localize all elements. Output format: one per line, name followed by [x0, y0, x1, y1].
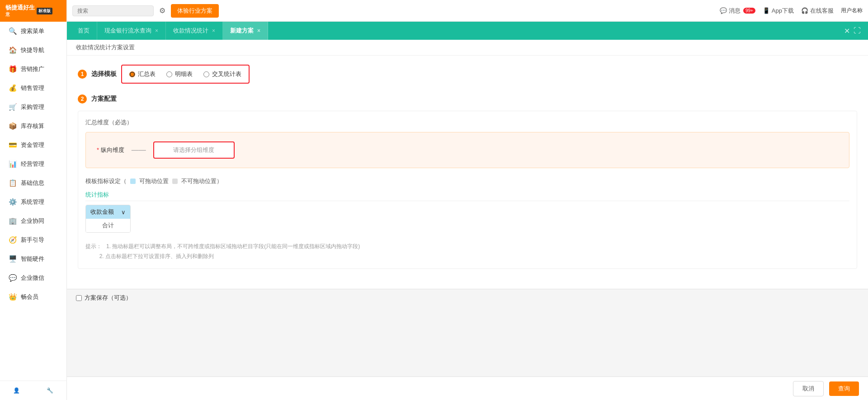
message-button[interactable]: 💬 消息 99+ — [720, 7, 755, 15]
purchase-icon: 🛒 — [9, 103, 17, 111]
dimension-section-title: 汇总维度（必选） — [85, 118, 849, 127]
bottom-action-bar: 取消 查询 — [67, 376, 868, 400]
content-area: 收款情况统计方案设置 1 选择模板 汇总表 明细表 — [67, 40, 868, 400]
sidebar-item-label: 采购管理 — [21, 103, 44, 111]
vertical-dimension-label: * 纵向维度 — [97, 146, 124, 154]
radio-detail-label: 明细表 — [175, 70, 193, 78]
arrow-icon: —— — [132, 146, 146, 154]
tab-bank-flow-label: 现金银行流水查询 — [104, 27, 151, 35]
tab-bank-flow[interactable]: 现金银行流水查询 × — [97, 22, 166, 40]
query-button[interactable]: 查询 — [829, 381, 859, 396]
tip-title: 提示： — [85, 243, 105, 249]
service-icon: 🎧 — [801, 7, 808, 14]
marketing-icon: 🎁 — [9, 65, 17, 73]
dimension-area: * 纵向维度 —— 请选择分组维度 — [85, 132, 849, 168]
hardware-icon: 🖥️ — [9, 255, 17, 263]
main-area: ⚙ 体验行业方案 💬 消息 99+ 📱 App下载 🎧 在线客服 用户名称 — [67, 0, 868, 400]
sidebar-item-marketing[interactable]: 🎁 营销推广 — [0, 60, 66, 79]
sidebar-item-label: 搜索菜单 — [21, 27, 44, 35]
sidebar-item-label: 畅会员 — [21, 293, 38, 301]
tab-home[interactable]: 首页 — [71, 22, 97, 40]
movable-label: 可拖动位置 — [139, 177, 169, 185]
finance-icon: 💳 — [9, 141, 17, 149]
tab-new-plan[interactable]: 新建方案 × — [223, 22, 268, 40]
trial-button[interactable]: 体验行业方案 — [171, 4, 219, 18]
online-service-button[interactable]: 🎧 在线客服 — [801, 7, 834, 15]
save-checkbox-label[interactable]: 方案保存（可选） — [76, 294, 132, 302]
sidebar-item-weixin[interactable]: 💬 企业微信 — [0, 268, 66, 287]
dimension-select[interactable]: 请选择分组维度 — [153, 141, 235, 159]
metrics-header-text: 模板指标设定（ — [85, 177, 127, 185]
metrics-category-label: 统计指标 — [85, 191, 109, 198]
sidebar: 畅捷通好生 意 标准版 🔍 搜索菜单 🏠 快捷导航 🎁 营销推广 💰 销售管理 … — [0, 0, 67, 400]
sidebar-item-finance[interactable]: 💳 资金管理 — [0, 136, 66, 155]
sidebar-item-hardware[interactable]: 🖥️ 智能硬件 — [0, 249, 66, 268]
tab-bank-flow-close[interactable]: × — [155, 28, 158, 34]
search-input[interactable] — [72, 5, 154, 16]
logo-text: 畅捷通好生 — [5, 4, 35, 11]
metrics-category-title: 统计指标 — [85, 189, 849, 201]
app-download-button[interactable]: 📱 App下载 — [763, 7, 794, 15]
tabbar: 首页 现金银行流水查询 × 收款情况统计 × 新建方案 × ✕ ⛶ — [67, 22, 868, 40]
radio-cross[interactable]: 交叉统计表 — [203, 70, 241, 78]
radio-detail[interactable]: 明细表 — [166, 70, 193, 78]
sidebar-item-enterprise[interactable]: 🏢 企业协同 — [0, 212, 66, 231]
sidebar-item-purchase[interactable]: 🛒 采购管理 — [0, 98, 66, 117]
radio-summary-input[interactable] — [129, 71, 135, 77]
movable-indicator-dot — [130, 179, 136, 184]
user-info[interactable]: 用户名称 — [841, 7, 863, 14]
metrics-section: 模板指标设定（ 可拖动位置 不可拖动位置） 统计指标 收款金额 — [85, 177, 849, 233]
operation-icon: 📊 — [9, 160, 17, 168]
tab-receipt-stats[interactable]: 收款情况统计 × — [166, 22, 223, 40]
sidebar-item-guide[interactable]: 🧭 新手引导 — [0, 231, 66, 249]
message-label: 消息 — [729, 7, 741, 15]
tabbar-actions: ✕ ⛶ — [844, 27, 864, 35]
app-download-label: App下载 — [772, 7, 794, 15]
dimension-row: * 纵向维度 —— 请选择分组维度 — [97, 141, 838, 159]
form-container: 1 选择模板 汇总表 明细表 交叉统计表 — [67, 56, 868, 289]
edition-badge: 标准版 — [37, 8, 52, 14]
sidebar-item-label: 智能硬件 — [21, 255, 44, 263]
tip-item-2: 2. 点击标题栏下拉可设置排序、插入列和删除列 — [85, 252, 849, 262]
sidebar-item-quick-nav[interactable]: 🏠 快捷导航 — [0, 41, 66, 60]
sidebar-item-search-menu[interactable]: 🔍 搜索菜单 — [0, 22, 66, 41]
radio-detail-input[interactable] — [166, 71, 172, 77]
maximize-icon[interactable]: ⛶ — [854, 27, 861, 35]
radio-cross-label: 交叉统计表 — [212, 70, 241, 78]
radio-summary[interactable]: 汇总表 — [129, 70, 156, 78]
sidebar-item-label: 基础信息 — [21, 179, 44, 187]
step1-title: 选择模板 — [91, 70, 117, 78]
save-checkbox[interactable] — [76, 295, 82, 301]
guide-icon: 🧭 — [9, 236, 17, 244]
sidebar-item-label: 库存核算 — [21, 122, 44, 130]
sidebar-item-system[interactable]: ⚙️ 系统管理 — [0, 193, 66, 212]
member-icon: 👑 — [9, 293, 17, 301]
tab-receipt-stats-close[interactable]: × — [212, 28, 215, 34]
page-title: 收款情况统计方案设置 — [67, 40, 868, 56]
sidebar-item-member[interactable]: 👑 畅会员 — [0, 287, 66, 306]
weixin-icon: 💬 — [9, 274, 17, 282]
quick-nav-icon: 🏠 — [9, 46, 17, 54]
metric-card-receipt: 收款金额 ∨ 合计 — [85, 205, 131, 233]
sidebar-item-basic-info[interactable]: 📋 基础信息 — [0, 174, 66, 193]
sidebar-bottom-user[interactable]: 👤 — [0, 385, 33, 396]
close-all-icon[interactable]: ✕ — [844, 27, 850, 35]
metric-card-header[interactable]: 收款金额 ∨ — [86, 205, 130, 219]
sidebar-bottom-settings[interactable]: 🔧 — [33, 385, 67, 396]
settings-icon[interactable]: ⚙ — [157, 5, 167, 17]
step2-section: 2 方案配置 汇总维度（必选） * 纵向维度 — [78, 94, 857, 269]
sidebar-item-sales[interactable]: 💰 销售管理 — [0, 79, 66, 98]
tab-home-label: 首页 — [78, 27, 90, 35]
radio-cross-input[interactable] — [203, 71, 209, 77]
metric-dropdown-icon[interactable]: ∨ — [121, 209, 126, 216]
sidebar-logo: 畅捷通好生 意 标准版 — [0, 0, 66, 22]
cancel-button[interactable]: 取消 — [793, 381, 824, 396]
search-menu-icon: 🔍 — [9, 27, 17, 35]
step1-section: 1 选择模板 汇总表 明细表 交叉统计表 — [78, 65, 857, 84]
sidebar-item-operation[interactable]: 📊 经营管理 — [0, 155, 66, 174]
sidebar-item-inventory[interactable]: 📦 库存核算 — [0, 117, 66, 136]
tab-new-plan-close[interactable]: × — [257, 28, 260, 34]
logo-sub: 意 — [5, 11, 35, 18]
app-icon: 📱 — [763, 7, 770, 14]
tips-section: 提示： 1. 拖动标题栏可以调整布局，不可跨维度或指标区域拖动栏目字段(只能在同… — [85, 242, 849, 261]
